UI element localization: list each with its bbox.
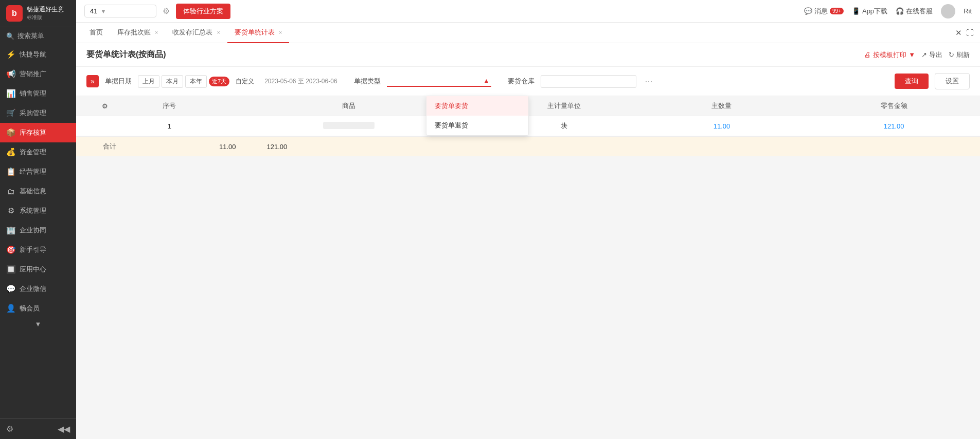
sidebar-item-basic[interactable]: 🗂 基础信息 xyxy=(0,181,76,201)
table-settings-icon[interactable]: ⚙ xyxy=(102,102,108,110)
warehouse-label: 要货仓库 xyxy=(508,77,534,86)
print-icon: 🖨 xyxy=(864,51,871,59)
page-content: 要货单统计表(按商品) 🖨 按模板打印 ▼ ↗ 导出 ↻ 刷新 » xyxy=(76,43,980,439)
tab-expand: ✕ ⛶ xyxy=(955,28,974,38)
type-label: 单据类型 xyxy=(354,77,381,86)
logo-icon: b xyxy=(6,5,23,22)
sidebar-footer: ⚙ ◀◀ xyxy=(0,418,76,439)
sidebar-item-member[interactable]: 👤 畅会员 xyxy=(0,299,76,318)
sidebar-item-system[interactable]: ⚙ 系统管理 xyxy=(0,201,76,221)
sidebar-collapse-icon[interactable]: ◀◀ xyxy=(58,424,70,434)
sidebar-item-guide[interactable]: 🎯 新手引导 xyxy=(0,240,76,260)
basic-icon: 🗂 xyxy=(6,187,15,196)
page-header-actions: 🖨 按模板打印 ▼ ↗ 导出 ↻ 刷新 xyxy=(864,50,970,66)
template-chevron-icon: ▼ xyxy=(908,51,915,59)
filter-toggle-btn[interactable]: » xyxy=(86,75,99,87)
sidebar-logo: b 畅捷通好生意 标准版 xyxy=(0,0,76,27)
member-icon: 👤 xyxy=(6,304,15,313)
export-btn[interactable]: ↗ 导出 xyxy=(921,50,942,60)
tab-close-receivable-summary[interactable]: × xyxy=(217,29,220,35)
trial-btn[interactable]: 体验行业方案 xyxy=(176,4,230,19)
main-area: 41 ▼ ⚙ 体验行业方案 💬 消息 99+ 📱 App下载 🎧 在线客服 Ri… xyxy=(76,0,980,439)
sidebar-item-quick-nav[interactable]: ⚡ 快捷导航 xyxy=(0,45,76,64)
sidebar-item-appstore[interactable]: 🔲 应用中心 xyxy=(0,260,76,279)
export-icon: ↗ xyxy=(921,51,927,59)
sidebar-item-inventory[interactable]: 📦 库存核算 xyxy=(0,123,76,142)
tab-order-stats[interactable]: 要货单统计表 × xyxy=(227,23,289,43)
tab-receivable-summary[interactable]: 收发存汇总表 × xyxy=(165,23,227,43)
date-badge-7days[interactable]: 近7天 xyxy=(209,77,229,86)
warehouse-input[interactable] xyxy=(541,75,636,88)
refresh-btn[interactable]: ↻ 刷新 xyxy=(949,50,970,60)
topbar-right: 💬 消息 99+ 📱 App下载 🎧 在线客服 Rit xyxy=(804,4,972,19)
service-icon: 🎧 xyxy=(896,7,904,15)
template-print-btn[interactable]: 🖨 按模板打印 ▼ xyxy=(864,50,915,60)
appstore-icon: 🔲 xyxy=(6,265,15,274)
finance-icon: 💰 xyxy=(6,148,15,157)
col-qty: 主数量 xyxy=(636,96,808,116)
sidebar-item-sales[interactable]: 📊 销售管理 xyxy=(0,84,76,103)
dropdown-item-order-return[interactable]: 要货单退货 xyxy=(426,116,528,135)
sidebar-item-enterprise[interactable]: 🏢 企业协同 xyxy=(0,221,76,240)
sidebar-item-finance[interactable]: 💰 资金管理 xyxy=(0,142,76,162)
messages-badge: 99+ xyxy=(830,8,844,14)
col-amount: 零售金额 xyxy=(808,96,980,116)
refresh-icon: ↻ xyxy=(949,51,954,59)
sidebar: b 畅捷通好生意 标准版 🔍 搜索菜单 ⚡ 快捷导航 📢 营销推广 📊 销售管理… xyxy=(0,0,76,439)
col-no: 序号 xyxy=(134,96,205,116)
sales-icon: 📊 xyxy=(6,89,15,98)
footer-label: 合计 xyxy=(103,142,116,151)
tab-maximize-icon[interactable]: ⛶ xyxy=(966,28,974,37)
inventory-icon: 📦 xyxy=(6,128,15,137)
tab-close-inventory-batch[interactable]: × xyxy=(155,29,158,35)
system-icon: ⚙ xyxy=(6,206,15,215)
tab-close-order-stats[interactable]: × xyxy=(279,29,282,35)
table-footer: 合计 11.00 121.00 xyxy=(76,136,980,156)
date-btn-this-month[interactable]: 本月 xyxy=(162,75,183,88)
tabbar: 首页 库存批次账 × 收发存汇总表 × 要货单统计表 × ✕ ⛶ xyxy=(76,23,980,43)
search-btn[interactable]: 查询 xyxy=(895,74,929,89)
company-selector-value: 41 xyxy=(90,7,97,15)
tab-close-all-icon[interactable]: ✕ xyxy=(955,28,962,38)
online-service-btn[interactable]: 🎧 在线客服 xyxy=(896,7,933,16)
filter-date-range: 2023-05-06 至 2023-06-06 xyxy=(264,77,337,86)
qty-link[interactable]: 11.00 xyxy=(714,122,730,130)
sidebar-item-purchase[interactable]: 🛒 采购管理 xyxy=(0,103,76,123)
date-btn-last-month[interactable]: 上月 xyxy=(138,75,159,88)
avatar[interactable] xyxy=(941,4,955,19)
sidebar-item-operation[interactable]: 📋 经营管理 xyxy=(0,162,76,181)
gear-icon[interactable]: ⚙ xyxy=(163,6,170,16)
company-selector[interactable]: 41 ▼ xyxy=(84,5,156,17)
row-setting xyxy=(76,116,134,136)
type-arrow-up-icon[interactable]: ▲ xyxy=(484,77,490,84)
marketing-icon: 📢 xyxy=(6,69,15,79)
sidebar-search[interactable]: 🔍 搜索菜单 xyxy=(0,27,76,45)
tab-inventory-batch[interactable]: 库存批次账 × xyxy=(110,23,165,43)
app-icon: 📱 xyxy=(852,7,860,15)
dropdown-item-order-request[interactable]: 要货单要货 xyxy=(426,96,528,116)
purchase-icon: 🛒 xyxy=(6,108,15,118)
settings-btn[interactable]: 设置 xyxy=(935,73,970,89)
filter-date-btns: 上月 本月 本年 近7天 自定义 xyxy=(138,75,258,88)
row-qty: 11.00 xyxy=(636,116,808,136)
operation-icon: 📋 xyxy=(6,167,15,176)
filter-bar: » 单据日期 上月 本月 本年 近7天 自定义 2023-05-06 至 202… xyxy=(76,67,980,96)
sidebar-item-wechat[interactable]: 💬 企业微信 xyxy=(0,279,76,299)
tab-home[interactable]: 首页 xyxy=(82,23,110,43)
sidebar-settings-icon[interactable]: ⚙ xyxy=(6,424,13,434)
sidebar-scroll-down[interactable]: ▼ xyxy=(0,318,76,330)
guide-icon: 🎯 xyxy=(6,245,15,254)
date-btn-this-year[interactable]: 本年 xyxy=(185,75,207,88)
col-setting[interactable]: ⚙ xyxy=(76,96,134,116)
messages-btn[interactable]: 💬 消息 99+ xyxy=(804,7,844,16)
logo-text: 畅捷通好生意 标准版 xyxy=(27,6,64,21)
app-download-btn[interactable]: 📱 App下载 xyxy=(852,7,887,16)
more-filters-btn[interactable]: ··· xyxy=(645,76,652,87)
type-select-wrap[interactable]: ▲ xyxy=(387,76,492,87)
date-btn-custom[interactable]: 自定义 xyxy=(231,76,258,87)
sidebar-item-marketing[interactable]: 📢 营销推广 xyxy=(0,64,76,84)
footer-qty: 11.00 xyxy=(219,143,236,151)
type-select-input[interactable] xyxy=(389,77,482,85)
amount-link[interactable]: 121.00 xyxy=(884,122,904,130)
wechat-icon: 💬 xyxy=(6,284,15,294)
